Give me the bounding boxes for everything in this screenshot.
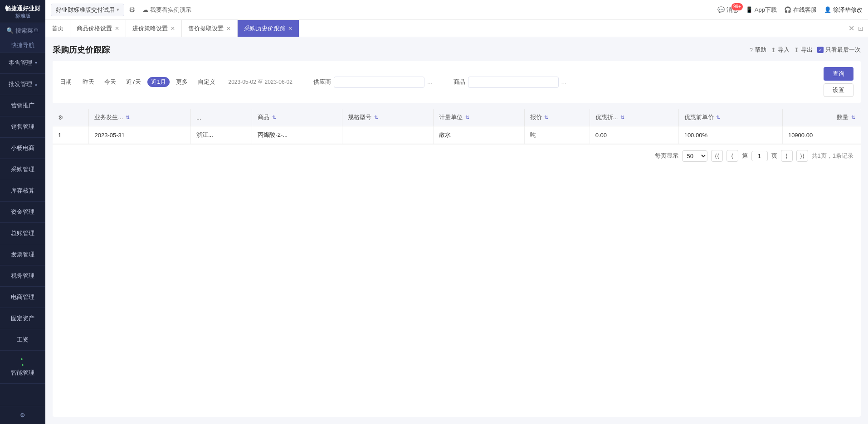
sidebar-item-label-ledger: 总账管理 xyxy=(11,229,34,237)
sort-icon: ⇅ xyxy=(544,115,548,120)
chevron-down-icon: ▾ xyxy=(117,7,119,13)
table-row[interactable]: 1 2023-05-31 浙江... 丙烯酸-2-... 散水 吨 0.00 1… xyxy=(53,126,861,144)
chevron-up-icon: ▴ xyxy=(35,82,37,87)
per-page-label: 每页显示 xyxy=(655,152,678,160)
sidebar-item-ecommerce[interactable]: 电商管理 xyxy=(0,287,45,308)
page-title: 采购历史价跟踪 xyxy=(53,44,110,55)
page-header: 采购历史价跟踪 ? 帮助 ↥ 导入 ↧ 导出 ✓ 只看最后一次 xyxy=(53,44,861,55)
sidebar-item-inventory[interactable]: 库存核算 xyxy=(0,180,45,202)
sidebar-logo: 畅捷通好业财 标准版 xyxy=(0,0,45,23)
date-option-custom[interactable]: 自定义 xyxy=(194,77,219,87)
supplier-ellipsis[interactable]: ... xyxy=(427,78,433,86)
product-input[interactable] xyxy=(468,77,559,88)
date-option-yesterday[interactable]: 昨天 xyxy=(79,77,98,87)
col-pre-price-label: 优惠前单价 xyxy=(684,114,714,120)
total-info: 共1页，1条记录 xyxy=(812,152,853,160)
message-badge: 99+ xyxy=(731,3,743,10)
sidebar-item-ledger[interactable]: 总账管理 xyxy=(0,223,45,244)
sidebar-item-ecommerce-small[interactable]: 小畅电商 xyxy=(0,138,45,159)
sort-icon: ⇅ xyxy=(465,115,469,120)
close-icon[interactable]: ✕ xyxy=(226,25,231,32)
tab-price[interactable]: 商品价格设置 ✕ xyxy=(70,20,126,37)
sidebar-item-label-retail: 零售管理 xyxy=(9,59,32,67)
last-only-checkbox[interactable]: ✓ 只看最后一次 xyxy=(817,46,861,54)
export-btn[interactable]: ↧ 导出 xyxy=(794,46,813,54)
next-page-btn[interactable]: ⟩ xyxy=(781,150,793,162)
col-spec[interactable]: 规格型号 ⇅ xyxy=(342,109,434,126)
help-btn[interactable]: ? 帮助 xyxy=(750,46,766,54)
close-icon[interactable]: ✕ xyxy=(115,25,119,32)
col-ellipsis[interactable]: ... xyxy=(190,109,252,126)
col-date-label: 业务发生... xyxy=(94,114,123,120)
help-label: 帮助 xyxy=(755,46,766,54)
demo-icon: ☁ xyxy=(142,6,148,13)
col-discount-label: 优惠折... xyxy=(595,114,618,120)
version-selector[interactable]: 好业财标准版交付试用 ▾ xyxy=(51,4,124,16)
supplier-filter-label: 供应商 xyxy=(313,78,331,86)
sidebar-item-retail[interactable]: 零售管理 ▾ xyxy=(0,53,45,74)
date-option-1month[interactable]: 近1月 xyxy=(147,77,170,87)
tabs-expand-icon[interactable]: ⊡ xyxy=(858,25,863,32)
col-date[interactable]: 业务发生... ⇅ xyxy=(89,109,191,126)
close-icon[interactable]: ✕ xyxy=(171,25,175,32)
per-page-select[interactable]: 50 20 100 xyxy=(682,150,707,162)
first-page-btn[interactable]: ⟨⟨ xyxy=(711,150,723,162)
import-btn[interactable]: ↥ 导入 xyxy=(771,46,790,54)
filter-settings-button[interactable]: 设置 xyxy=(824,83,853,97)
sidebar-item-finance[interactable]: 资金管理 xyxy=(0,202,45,223)
topbar-settings-icon[interactable]: ⚙ xyxy=(129,5,135,14)
prev-page-btn[interactable]: ⟨ xyxy=(727,150,738,162)
page-input[interactable] xyxy=(751,151,768,161)
sidebar-item-assets[interactable]: 固定资产 xyxy=(0,308,45,329)
col-quantity[interactable]: 数量 ⇅ xyxy=(782,109,861,126)
tabs-close-icon[interactable]: ✕ xyxy=(848,24,854,33)
col-discount[interactable]: 优惠折... ⇅ xyxy=(590,109,678,126)
query-button[interactable]: 查询 xyxy=(824,67,853,81)
col-pre-price[interactable]: 优惠前单价 ⇅ xyxy=(678,109,782,126)
tab-sale-price[interactable]: 售价提取设置 ✕ xyxy=(182,20,238,37)
tab-history-price[interactable]: 采购历史价跟踪 ✕ xyxy=(238,20,299,37)
col-unit[interactable]: 计量单位 ⇅ xyxy=(434,109,525,126)
product-ellipsis[interactable]: ... xyxy=(561,78,567,86)
checkbox-checked-icon: ✓ xyxy=(817,47,824,53)
col-price[interactable]: 报价 ⇅ xyxy=(524,109,590,126)
sidebar-settings-btn[interactable]: ⚙ xyxy=(0,406,45,424)
quick-nav-label: 快捷导航 xyxy=(11,42,34,48)
gear-icon: ⚙ xyxy=(58,114,63,121)
sidebar-item-wholesale[interactable]: 批发管理 ▴ xyxy=(0,74,45,95)
close-icon[interactable]: ✕ xyxy=(288,25,293,32)
tab-home[interactable]: 首页 xyxy=(45,20,70,37)
sidebar-item-salary[interactable]: 工资 xyxy=(0,329,45,351)
col-quantity-label: 数量 xyxy=(837,114,848,120)
col-product[interactable]: 商品 ⇅ xyxy=(252,109,342,126)
sidebar-item-tax[interactable]: 税务管理 xyxy=(0,265,45,287)
sidebar-item-sales[interactable]: 销售管理 xyxy=(0,116,45,138)
topbar-right: 💬 消息 99+ 📱 App下载 🎧 在线客服 👤 徐泽华修改 xyxy=(717,6,863,14)
cell-spec xyxy=(342,126,434,144)
tab-price-label: 商品价格设置 xyxy=(77,24,112,33)
sidebar-item-purchase[interactable]: 采购管理 xyxy=(0,159,45,180)
date-option-today[interactable]: 今天 xyxy=(101,77,120,87)
col-price-label: 报价 xyxy=(530,114,542,120)
sidebar-item-smart[interactable]: ● 智能管理 xyxy=(0,351,45,384)
col-gear[interactable]: ⚙ xyxy=(53,109,89,126)
sidebar-quick-nav[interactable]: 快捷导航 xyxy=(0,39,45,53)
date-option-more[interactable]: 更多 xyxy=(172,77,191,87)
export-label: 导出 xyxy=(801,46,813,54)
supplier-input[interactable] xyxy=(334,77,424,88)
online-service-btn[interactable]: 🎧 在线客服 xyxy=(784,6,817,14)
sidebar-search[interactable]: 🔍 搜索菜单 xyxy=(0,23,45,39)
user-info[interactable]: 👤 徐泽华修改 xyxy=(824,6,863,14)
app-download-btn[interactable]: 📱 App下载 xyxy=(746,6,777,14)
demo-btn[interactable]: ☁ 我要看实例演示 xyxy=(142,6,191,14)
sidebar: 畅捷通好业财 标准版 🔍 搜索菜单 快捷导航 零售管理 ▾ 批发管理 ▴ 营销推… xyxy=(0,0,45,424)
sidebar-item-marketing[interactable]: 营销推广 xyxy=(0,95,45,116)
tab-purchase-strategy[interactable]: 进价策略设置 ✕ xyxy=(126,20,182,37)
demo-label: 我要看实例演示 xyxy=(150,6,191,14)
message-btn[interactable]: 💬 消息 99+ xyxy=(717,6,738,14)
last-page-btn[interactable]: ⟩⟩ xyxy=(796,150,808,162)
sidebar-item-invoice[interactable]: 发票管理 xyxy=(0,244,45,265)
date-option-7days[interactable]: 近7天 xyxy=(122,77,145,87)
filter-bar: 日期 昨天 今天 近7天 近1月 更多 自定义 2023-05-02 至 202… xyxy=(53,61,861,103)
sidebar-item-label-ecommerce: 电商管理 xyxy=(11,293,34,301)
